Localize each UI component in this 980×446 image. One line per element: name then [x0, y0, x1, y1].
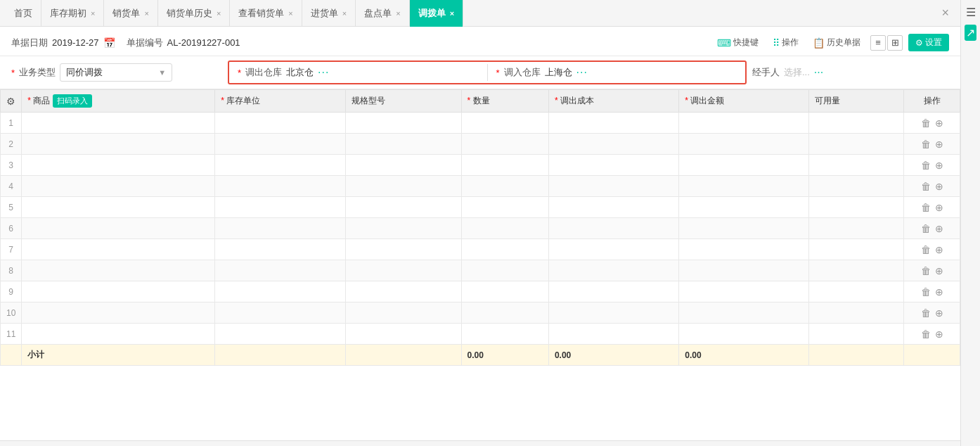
- cell-spec[interactable]: [345, 260, 461, 281]
- settings-button[interactable]: ⚙ 设置: [908, 34, 949, 51]
- cell-goods[interactable]: [22, 302, 215, 324]
- copy-row-icon[interactable]: ⊕: [935, 265, 943, 276]
- copy-row-icon[interactable]: ⊕: [935, 223, 943, 234]
- cell-cost[interactable]: [548, 134, 678, 155]
- delete-row-icon[interactable]: 🗑: [921, 286, 931, 298]
- cell-cost[interactable]: [548, 218, 678, 239]
- cell-spec[interactable]: [345, 176, 461, 197]
- cell-goods[interactable]: [22, 281, 215, 302]
- cell-cost[interactable]: [548, 260, 678, 281]
- shortcut-button[interactable]: ⌨ 快捷键: [713, 35, 763, 50]
- copy-row-icon[interactable]: ⊕: [935, 160, 943, 171]
- delete-row-icon[interactable]: 🗑: [921, 329, 931, 340]
- out-warehouse-more-icon[interactable]: ···: [318, 66, 329, 79]
- tab-view-sales[interactable]: 查看销货单 ×: [230, 0, 302, 27]
- cell-goods[interactable]: [22, 218, 215, 239]
- cell-unit[interactable]: [215, 239, 345, 260]
- window-close-icon[interactable]: ×: [936, 6, 955, 20]
- cell-qty[interactable]: [461, 155, 548, 176]
- grid-tile-btn[interactable]: ⊞: [887, 35, 903, 51]
- delete-row-icon[interactable]: 🗑: [921, 181, 931, 192]
- cell-amount[interactable]: [679, 197, 809, 218]
- cell-spec[interactable]: [345, 113, 461, 134]
- cell-unit[interactable]: [215, 260, 345, 281]
- person-select[interactable]: 选择...: [784, 66, 810, 79]
- tab-home[interactable]: 首页: [6, 0, 41, 27]
- cell-amount[interactable]: [679, 281, 809, 302]
- grid-list-btn[interactable]: ≡: [870, 35, 886, 51]
- cell-goods[interactable]: [22, 134, 215, 155]
- cell-spec[interactable]: [345, 302, 461, 324]
- cell-unit[interactable]: [215, 218, 345, 239]
- scan-barcode-button[interactable]: 扫码录入: [53, 94, 92, 108]
- cell-cost[interactable]: [548, 302, 678, 324]
- delete-row-icon[interactable]: 🗑: [921, 244, 931, 255]
- cell-cost[interactable]: [548, 239, 678, 260]
- cell-amount[interactable]: [679, 260, 809, 281]
- cell-goods[interactable]: [22, 113, 215, 134]
- cell-qty[interactable]: [461, 281, 548, 302]
- tab-transfer[interactable]: 调拨单 ×: [410, 0, 463, 27]
- close-icon[interactable]: ×: [144, 9, 148, 18]
- ops-button[interactable]: ⠿ 操作: [768, 35, 803, 50]
- cell-spec[interactable]: [345, 324, 461, 345]
- cell-amount[interactable]: [679, 218, 809, 239]
- sidebar-list-icon[interactable]: ☰: [966, 6, 976, 19]
- cell-spec[interactable]: [345, 134, 461, 155]
- delete-row-icon[interactable]: 🗑: [921, 160, 931, 171]
- close-icon[interactable]: ×: [91, 9, 95, 18]
- delete-row-icon[interactable]: 🗑: [921, 265, 931, 276]
- cell-cost[interactable]: [548, 324, 678, 345]
- tab-sales-order[interactable]: 销货单 ×: [104, 0, 157, 27]
- cell-goods[interactable]: [22, 239, 215, 260]
- cell-goods[interactable]: [22, 324, 215, 345]
- cell-qty[interactable]: [461, 134, 548, 155]
- delete-row-icon[interactable]: 🗑: [921, 117, 931, 129]
- horizontal-scrollbar[interactable]: [0, 440, 960, 446]
- cell-amount[interactable]: [679, 155, 809, 176]
- cell-qty[interactable]: [461, 176, 548, 197]
- delete-row-icon[interactable]: 🗑: [921, 139, 931, 150]
- cell-unit[interactable]: [215, 281, 345, 302]
- copy-row-icon[interactable]: ⊕: [935, 139, 943, 150]
- tab-sales-history[interactable]: 销货单历史 ×: [158, 0, 230, 27]
- cell-qty[interactable]: [461, 302, 548, 324]
- close-icon[interactable]: ×: [288, 9, 292, 18]
- copy-row-icon[interactable]: ⊕: [935, 244, 943, 255]
- business-type-dropdown[interactable]: 同价调拨 ▼: [60, 63, 172, 82]
- cell-spec[interactable]: [345, 197, 461, 218]
- cell-amount[interactable]: [679, 302, 809, 324]
- copy-row-icon[interactable]: ⊕: [935, 181, 943, 192]
- cell-cost[interactable]: [548, 155, 678, 176]
- cell-cost[interactable]: [548, 113, 678, 134]
- cell-amount[interactable]: [679, 113, 809, 134]
- sidebar-export-icon[interactable]: ↗: [965, 25, 976, 41]
- cell-spec[interactable]: [345, 281, 461, 302]
- close-icon[interactable]: ×: [450, 9, 454, 18]
- cell-spec[interactable]: [345, 155, 461, 176]
- cell-qty[interactable]: [461, 197, 548, 218]
- cell-goods[interactable]: [22, 155, 215, 176]
- cell-goods[interactable]: [22, 176, 215, 197]
- delete-row-icon[interactable]: 🗑: [921, 223, 931, 234]
- cell-spec[interactable]: [345, 239, 461, 260]
- tab-purchase[interactable]: 进货单 ×: [302, 0, 356, 27]
- copy-row-icon[interactable]: ⊕: [935, 117, 943, 129]
- delete-row-icon[interactable]: 🗑: [921, 307, 931, 319]
- history-button[interactable]: 📋 历史单据: [808, 35, 865, 50]
- close-icon[interactable]: ×: [217, 9, 221, 18]
- cell-amount[interactable]: [679, 239, 809, 260]
- cell-unit[interactable]: [215, 113, 345, 134]
- cell-amount[interactable]: [679, 134, 809, 155]
- tab-inventory-init[interactable]: 库存期初 ×: [41, 0, 104, 27]
- tab-stocktake[interactable]: 盘点单 ×: [356, 0, 409, 27]
- copy-row-icon[interactable]: ⊕: [935, 307, 943, 319]
- cell-unit[interactable]: [215, 176, 345, 197]
- cell-unit[interactable]: [215, 302, 345, 324]
- cell-cost[interactable]: [548, 176, 678, 197]
- cell-goods[interactable]: [22, 260, 215, 281]
- cell-goods[interactable]: [22, 197, 215, 218]
- copy-row-icon[interactable]: ⊕: [935, 286, 943, 298]
- person-more-icon[interactable]: ···: [814, 66, 823, 79]
- close-icon[interactable]: ×: [396, 9, 400, 18]
